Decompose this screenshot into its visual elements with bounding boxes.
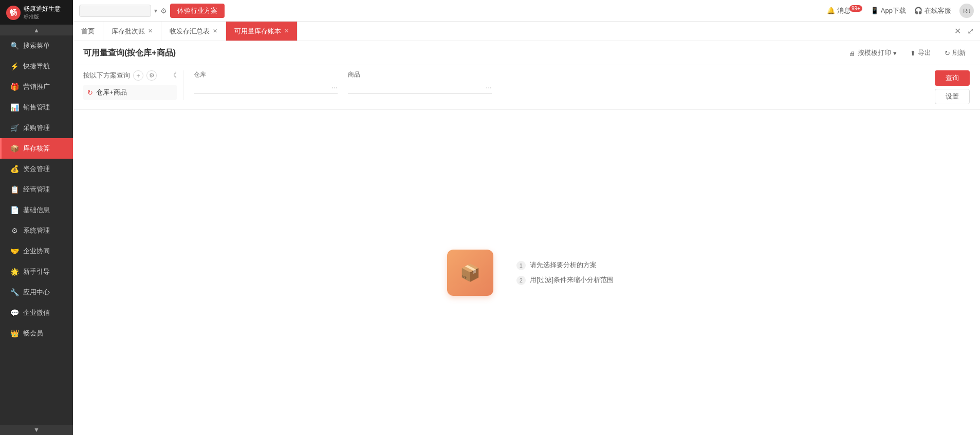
- sidebar-menu: 🔍 搜索菜单 ⚡ 快捷导航 🎁 营销推广 📊 销售管理 🛒 采购管理 📦 库存核…: [0, 35, 73, 425]
- sidebar-scroll-up[interactable]: ▲: [0, 25, 73, 35]
- marketing-icon: 🎁: [10, 83, 19, 91]
- sidebar-item-label: 搜索菜单: [23, 41, 50, 50]
- app-download-button[interactable]: 📱 App下载: [871, 6, 906, 15]
- sidebar-item-marketing[interactable]: 🎁 营销推广: [0, 77, 73, 97]
- expand-tab-button[interactable]: ⤢: [965, 24, 976, 38]
- scheme-item-warehouse-goods[interactable]: ↻ 仓库+商品: [83, 85, 177, 100]
- print-template-button[interactable]: 🖨 按模板打印 ▾: [845, 46, 901, 60]
- filter-actions: 查询 设置: [935, 70, 970, 104]
- sidebar-item-sales[interactable]: 📊 销售管理: [0, 97, 73, 118]
- tabbar: 首页 库存批次账 ✕ 收发存汇总表 ✕ 可用量库存账本 ✕ ✕ ⤢: [73, 22, 980, 41]
- bell-icon: 🔔: [827, 7, 835, 14]
- headset-icon: 🎧: [914, 7, 922, 14]
- collapse-icon[interactable]: 《: [170, 71, 177, 80]
- sidebar-item-shortcut[interactable]: ⚡ 快捷导航: [0, 56, 73, 77]
- export-button[interactable]: ⬆ 导出: [906, 46, 935, 60]
- enterprise-icon: 🤝: [10, 247, 19, 255]
- refresh-label: 刷新: [952, 48, 966, 58]
- search-input[interactable]: [79, 5, 151, 17]
- topbar-search-area: ▾ ⚙ 体验行业方案: [79, 4, 823, 18]
- tab-available[interactable]: 可用量库存账本 ✕: [226, 22, 298, 41]
- empty-hint-2: 2 用[过滤]条件来缩小分析范围: [516, 275, 614, 285]
- sidebar-item-finance[interactable]: 💰 资金管理: [0, 159, 73, 179]
- refresh-icon: ↻: [945, 49, 950, 57]
- export-icon: ⬆: [910, 49, 916, 57]
- sidebar-item-system[interactable]: ⚙ 系统管理: [0, 220, 73, 241]
- sidebar-item-label: 资金管理: [23, 164, 50, 174]
- sidebar-item-enterprise[interactable]: 🤝 企业协同: [0, 241, 73, 261]
- goods-label: 商品: [348, 70, 492, 79]
- sidebar-item-wechat[interactable]: 💬 企业微信: [0, 302, 73, 323]
- member-icon: 👑: [10, 329, 19, 337]
- tab-batch-close[interactable]: ✕: [148, 28, 153, 34]
- manage-scheme-button[interactable]: ⚙: [146, 70, 157, 81]
- page-actions: 🖨 按模板打印 ▾ ⬆ 导出 ↻ 刷新: [845, 46, 970, 60]
- search-icon: 🔍: [10, 42, 19, 50]
- tab-available-close[interactable]: ✕: [284, 28, 289, 34]
- tabbar-actions: ✕ ⤢: [948, 24, 980, 38]
- warehouse-label: 仓库: [194, 70, 338, 79]
- customer-service-button[interactable]: 🎧 在线客服: [914, 6, 951, 15]
- content-area: 可用量查询(按仓库+商品) 🖨 按模板打印 ▾ ⬆ 导出 ↻ 刷新: [73, 41, 980, 435]
- hint-text-2: 用[过滤]条件来缩小分析范围: [530, 275, 614, 285]
- sidebar-scroll-down[interactable]: ▼: [0, 425, 73, 435]
- topbar: ▾ ⚙ 体验行业方案 🔔 消息 99+ 📱 App下载 🎧 在线客服 Rit: [73, 0, 980, 22]
- operations-icon: 📋: [10, 185, 19, 194]
- shortcut-icon: ⚡: [10, 62, 19, 70]
- notification-badge: 99+: [849, 5, 862, 12]
- filter-scheme-panel: 按以下方案查询 ＋ ⚙ 《 ↻ 仓库+商品: [83, 70, 183, 100]
- hint-text-1: 请先选择要分析的方案: [530, 260, 597, 270]
- hint-number-1: 1: [516, 261, 526, 270]
- tab-summary-close[interactable]: ✕: [213, 28, 217, 34]
- sidebar-item-label: 企业协同: [23, 247, 50, 256]
- guide-icon: 🌟: [10, 268, 19, 276]
- add-scheme-button[interactable]: ＋: [133, 70, 143, 81]
- sidebar-item-label: 采购管理: [23, 123, 50, 133]
- sidebar-item-base[interactable]: 📄 基础信息: [0, 200, 73, 220]
- chevron-down-icon: ▾: [893, 49, 897, 57]
- tab-home-label: 首页: [81, 27, 95, 36]
- sidebar-item-label: 基础信息: [23, 205, 50, 215]
- sidebar-item-search[interactable]: 🔍 搜索菜单: [0, 35, 73, 56]
- sidebar-item-label: 库存核算: [23, 144, 50, 153]
- query-button[interactable]: 查询: [935, 70, 970, 86]
- sidebar-item-purchase[interactable]: 🛒 采购管理: [0, 118, 73, 138]
- goods-input[interactable]: ···: [348, 81, 492, 94]
- warehouse-input[interactable]: ···: [194, 81, 338, 94]
- app-download-label: App下载: [881, 6, 906, 15]
- tab-home[interactable]: 首页: [73, 22, 103, 41]
- setting-button[interactable]: 设置: [935, 89, 970, 104]
- empty-state: 📦 1 请先选择要分析的方案 2 用[过滤]条件来缩小分析范围: [73, 110, 980, 435]
- warehouse-scheme-icon: ↻: [87, 89, 93, 97]
- chevron-down-icon[interactable]: ▾: [154, 7, 157, 14]
- sidebar-title: 畅康通好生意: [24, 5, 61, 13]
- sidebar-item-guide[interactable]: 🌟 新手引导: [0, 261, 73, 282]
- sidebar-item-member[interactable]: 👑 畅会员: [0, 323, 73, 344]
- filter-scheme-label: 按以下方案查询: [83, 71, 130, 80]
- sidebar-logo: 畅: [6, 6, 21, 20]
- refresh-button[interactable]: ↻ 刷新: [940, 46, 970, 60]
- topbar-right: 🔔 消息 99+ 📱 App下载 🎧 在线客服 Rit: [827, 4, 974, 18]
- sidebar-item-label: 新手引导: [23, 267, 50, 276]
- user-profile[interactable]: Rit: [959, 4, 974, 18]
- tab-summary[interactable]: 收发存汇总表 ✕: [161, 22, 226, 41]
- filter-fields: 仓库 ··· 商品 ···: [183, 70, 935, 94]
- customer-service-label: 在线客服: [924, 6, 951, 15]
- print-icon: 🖨: [849, 49, 856, 57]
- gear-icon[interactable]: ⚙: [160, 7, 167, 15]
- tab-batch[interactable]: 库存批次账 ✕: [103, 22, 161, 41]
- close-tab-button[interactable]: ✕: [952, 24, 963, 38]
- sidebar-item-label: 应用中心: [23, 288, 50, 297]
- box-icon: 📦: [447, 250, 493, 296]
- export-label: 导出: [918, 48, 931, 58]
- phone-icon: 📱: [871, 7, 879, 14]
- trial-button[interactable]: 体验行业方案: [170, 4, 225, 18]
- goods-more-icon[interactable]: ···: [486, 83, 492, 91]
- sidebar-item-label: 营销推广: [23, 82, 50, 91]
- sidebar-item-app[interactable]: 🔧 应用中心: [0, 282, 73, 302]
- warehouse-more-icon[interactable]: ···: [331, 83, 338, 91]
- print-template-label: 按模板打印: [858, 48, 891, 58]
- sidebar-item-operations[interactable]: 📋 经营管理: [0, 179, 73, 200]
- sidebar-item-inventory[interactable]: 📦 库存核算: [0, 138, 73, 159]
- notification-button[interactable]: 🔔 消息 99+: [827, 6, 862, 15]
